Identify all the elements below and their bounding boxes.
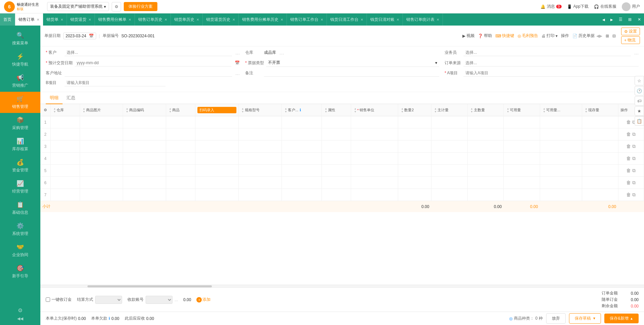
cell-product-1[interactable]	[166, 116, 195, 128]
sidebar-item-finance[interactable]: 💰 资金管理	[0, 155, 40, 176]
delete-row-icon[interactable]: 🗑	[626, 156, 631, 161]
cell-sales-unit-2[interactable]	[351, 128, 398, 140]
cell-sales-unit-1[interactable]	[351, 116, 398, 128]
layout-btn[interactable]: ⊞	[606, 34, 609, 38]
sidebar-item-enterprise[interactable]: 🤝 企业协同	[0, 240, 40, 261]
cell-qty2-1[interactable]	[398, 116, 431, 128]
tab-next-btn[interactable]: ▶	[608, 18, 616, 22]
tab-sales-return[interactable]: 销货单 ✕	[43, 13, 67, 26]
right-icon-2[interactable]: 🕐	[635, 86, 644, 95]
sidebar-item-operations[interactable]: 📈 经营管理	[0, 176, 40, 198]
cell-customer-code-1[interactable]	[281, 116, 321, 128]
settings-icon[interactable]: ⚙	[112, 2, 121, 11]
tab-close-icon[interactable]: ✕	[196, 18, 199, 22]
cell-customer-code-7[interactable]	[281, 189, 321, 201]
sidebar-item-sales[interactable]: 🛒 销售管理	[0, 92, 40, 113]
tab-close-icon[interactable]: ✕	[437, 18, 439, 22]
cell-customer-code-2[interactable]	[281, 128, 321, 140]
cell-product-code-2[interactable]	[123, 128, 166, 140]
cell-attributes-6[interactable]	[322, 177, 351, 189]
cell-available-qty2-3[interactable]	[540, 140, 582, 153]
discard-button[interactable]: 放弃	[546, 313, 566, 324]
cell-qty2-7[interactable]	[398, 189, 431, 201]
delete-row-icon[interactable]: 🗑	[626, 192, 631, 198]
print-btn[interactable]: 🖨 打印 ▾	[541, 33, 558, 39]
expand-btn[interactable]: ⊟	[612, 34, 616, 38]
cell-qty2-6[interactable]	[398, 177, 431, 189]
cell-qty2-2[interactable]	[398, 128, 431, 140]
shortcut-btn[interactable]: ⌨ 快捷键	[495, 33, 514, 39]
cell-warehouse-3[interactable]	[50, 140, 80, 153]
cell-current-qty-7[interactable]	[582, 189, 618, 201]
cell-current-qty-6[interactable]	[582, 177, 618, 189]
cell-main-unit-2[interactable]	[431, 128, 467, 140]
cell-product-code-6[interactable]	[123, 177, 166, 189]
setup-btn[interactable]: ⚙ 设置	[621, 28, 640, 35]
auto-settle-input[interactable]	[46, 297, 50, 302]
staff-input[interactable]	[463, 49, 631, 56]
cell-available-qty-6[interactable]	[504, 177, 540, 189]
sidebar-item-purchase[interactable]: 📦 采购管理	[0, 113, 40, 134]
cell-sales-unit-6[interactable]	[351, 177, 398, 189]
tab-close-icon[interactable]: ✕	[232, 18, 235, 22]
cell-customer-code-3[interactable]	[281, 140, 321, 153]
cell-main-unit-5[interactable]	[431, 165, 467, 177]
sidebar-item-marketing[interactable]: 📢 营销推广	[0, 71, 40, 92]
user-menu[interactable]: 用户	[622, 2, 640, 11]
cell-spec-1[interactable]	[238, 116, 281, 128]
sidebar-item-system[interactable]: ⚙️ 系统管理	[0, 219, 40, 240]
app-download-btn[interactable]: 📱 App下载	[567, 4, 589, 9]
help-btn[interactable]: ❓ 帮助	[478, 33, 492, 39]
right-icon-1[interactable]: ☆	[635, 76, 644, 85]
cell-spec-2[interactable]	[238, 128, 281, 140]
cell-attributes-4[interactable]	[322, 153, 351, 165]
tab-close-icon[interactable]: ✕	[280, 18, 283, 22]
warehouse-value[interactable]: 成品库	[264, 50, 276, 55]
cell-spec-4[interactable]	[238, 153, 281, 165]
delete-row-icon[interactable]: 🗑	[626, 168, 631, 173]
cell-attributes-2[interactable]	[322, 128, 351, 140]
delivery-date-input[interactable]	[75, 59, 231, 67]
cell-main-qty-7[interactable]	[467, 189, 504, 201]
th-settings[interactable]: ⚙	[40, 104, 50, 116]
remark-input[interactable]	[264, 70, 439, 77]
cell-qty2-4[interactable]	[398, 153, 431, 165]
cell-product-3[interactable]	[166, 140, 195, 153]
cell-warehouse-2[interactable]	[50, 128, 80, 140]
invoice-type-select[interactable]: 不开票 ▾	[266, 59, 439, 67]
cell-available-qty-3[interactable]	[504, 140, 540, 153]
tab-cash-daily-account[interactable]: 钱货日清对账 ✕	[367, 13, 403, 26]
cell-sales-unit-4[interactable]	[351, 153, 398, 165]
cell-spec-3[interactable]	[238, 140, 281, 153]
cell-available-qty-7[interactable]	[504, 189, 540, 201]
copy-row-icon[interactable]: ⧉	[632, 156, 636, 161]
cell-qty2-5[interactable]	[398, 165, 431, 177]
tab-close-all-btn[interactable]: ✕	[635, 15, 644, 24]
tab-close-icon[interactable]: ✕	[396, 18, 399, 22]
system-selector[interactable]: 装备及固定资产辅助管理系统 ▾	[47, 2, 109, 11]
tab-sales-fee-history[interactable]: 销售费用分摊单历史 ✕	[239, 13, 287, 26]
cell-customer-code-4[interactable]	[281, 153, 321, 165]
copy-row-icon[interactable]: ⧉	[632, 131, 636, 137]
cell-spec-6[interactable]	[238, 177, 281, 189]
cell-main-unit-3[interactable]	[431, 140, 467, 153]
settle-method-select[interactable]	[95, 296, 122, 304]
cell-warehouse-1[interactable]	[50, 116, 80, 128]
calendar-icon[interactable]: 📅	[235, 60, 240, 65]
tab-sales-return-history[interactable]: 销货退货历史 ✕	[203, 13, 239, 26]
tab-close-icon[interactable]: ✕	[128, 18, 131, 22]
online-service-btn[interactable]: 🎧 在线客服	[594, 4, 616, 9]
tab-detail[interactable]: 明细	[46, 92, 63, 104]
tab-home[interactable]: 首页	[0, 13, 15, 26]
cell-main-unit-7[interactable]	[431, 189, 467, 201]
cell-main-qty-5[interactable]	[467, 165, 504, 177]
tab-prev-btn[interactable]: ◀	[600, 18, 608, 22]
customer-more-icon[interactable]: ...	[235, 50, 240, 56]
cell-main-unit-4[interactable]	[431, 153, 467, 165]
plan-button[interactable]: 体验行业方案	[124, 2, 157, 11]
cell-available-qty2-1[interactable]	[540, 116, 582, 128]
cell-current-qty-5[interactable]	[582, 165, 618, 177]
delete-row-icon[interactable]: 🗑	[626, 119, 631, 125]
cell-available-qty-5[interactable]	[504, 165, 540, 177]
tab-sales-order-work[interactable]: 销售订单工作台 ✕	[287, 13, 327, 26]
